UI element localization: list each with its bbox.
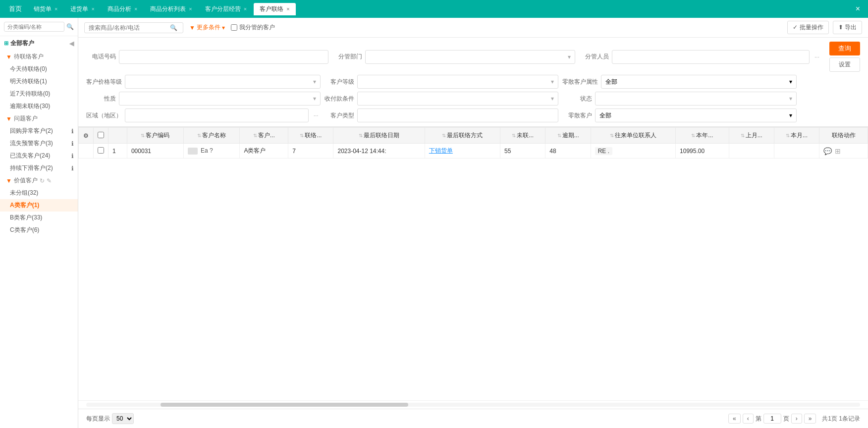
filter-nature: 性质 ▾	[86, 92, 321, 106]
customer-type-input[interactable]	[357, 108, 559, 122]
sidebar-collapse-icon[interactable]: ◀	[69, 40, 74, 47]
customer-table: ⚙ 客户编码 客户名称 客户... 联络... 最后联络日期 最后联络方式 未联…	[78, 127, 868, 159]
nav-tab-analysis-list[interactable]: 商品分析列表 ×	[144, 3, 198, 15]
dept-dd-arrow: ▾	[568, 54, 571, 60]
gear-column-header[interactable]: ⚙	[79, 128, 94, 144]
sidebar-item-ungrouped[interactable]: 未分组(32)	[0, 187, 78, 199]
phone-input[interactable]	[119, 50, 328, 64]
region-more-btn[interactable]: ···	[312, 111, 321, 120]
sidebar-item-tomorrow[interactable]: 明天待联络(1)	[0, 75, 78, 88]
close-purchase-tab[interactable]: ×	[91, 6, 94, 12]
edit-group-icon[interactable]: ✎	[47, 177, 52, 184]
contact-column-header[interactable]: 联络...	[288, 128, 333, 144]
sidebar-all-customers[interactable]: ⊞ 全部客户 ◀	[0, 36, 78, 51]
prev-page-button[interactable]: ‹	[743, 414, 754, 424]
page-input[interactable]	[763, 414, 781, 424]
sidebar-item-overdue[interactable]: 逾期未联络(30)	[0, 100, 78, 112]
more-action-icon[interactable]: ⊞	[835, 147, 841, 155]
horizontal-scrollbar[interactable]	[78, 400, 868, 409]
this-year-column-header[interactable]: 本年...	[676, 128, 729, 144]
more-filters-arrow: ▾	[222, 24, 225, 31]
overdue-column-header[interactable]: 逾期...	[545, 128, 591, 144]
checkbox-column-header[interactable]	[94, 128, 108, 144]
close-segment-tab[interactable]: ×	[244, 6, 247, 12]
sidebar-item-class-b[interactable]: B类客户(33)	[0, 212, 78, 224]
setting-button[interactable]: 设置	[829, 57, 860, 72]
unit-contact-column-header[interactable]: 往来单位联系人	[591, 128, 675, 144]
nav-tab-purchase[interactable]: 进货单 ×	[64, 3, 100, 15]
refresh-icon[interactable]: ↻	[40, 177, 45, 184]
status-select[interactable]: ▾	[595, 92, 797, 106]
my-customers-filter[interactable]: 我分管的客户	[231, 23, 275, 32]
manager-input[interactable]	[612, 50, 810, 64]
sidebar-item-repurchase-anomaly[interactable]: 回购异常客户(2) ℹ	[0, 125, 78, 137]
sidebar-item-7days[interactable]: 近7天待联络(0)	[0, 88, 78, 100]
sidebar-item-declining[interactable]: 持续下滑客户(2) ℹ	[0, 162, 78, 174]
retail-customer-dd-arrow: ▾	[789, 112, 792, 119]
nav-tab-sales[interactable]: 销货单 ×	[28, 3, 63, 15]
main-search-input[interactable]	[89, 24, 168, 31]
content-area: 🔍 ▼ 更多条件 ▾ 我分管的客户 ✓ 批量操作 ⬆ 导出	[78, 18, 868, 428]
nav-tab-analysis[interactable]: 商品分析 ×	[102, 3, 143, 15]
nav-tab-customer-segment[interactable]: 客户分层经营 ×	[199, 3, 253, 15]
top-close-button[interactable]: ×	[852, 4, 864, 13]
last-method-column-header[interactable]: 最后联络方式	[425, 128, 500, 144]
action-btns: 查询 设置	[825, 42, 860, 72]
no-contact-column-header[interactable]: 未联...	[500, 128, 545, 144]
dept-select[interactable]: ▾	[365, 50, 575, 64]
customer-level-select[interactable]: ▾	[357, 75, 559, 89]
payment-dd-arrow: ▾	[551, 95, 554, 102]
sidebar-search-icon[interactable]: 🔍	[66, 23, 74, 30]
sidebar-item-class-a[interactable]: A类客户(1)	[0, 199, 78, 212]
nav-tab-customer-contact[interactable]: 客户联络 ×	[254, 3, 295, 15]
contact-action-icon[interactable]: 💬	[823, 147, 832, 155]
page-size-select[interactable]: 50	[112, 413, 134, 424]
sidebar-item-class-c[interactable]: C类客户(6)	[0, 224, 78, 236]
last-method-link[interactable]: 下销货单	[429, 147, 453, 154]
manager-more-btn[interactable]: ···	[813, 53, 821, 61]
row-checkbox[interactable]	[94, 144, 108, 159]
row-last-month	[729, 144, 774, 159]
first-page-button[interactable]: «	[728, 414, 741, 424]
retail-attr-select[interactable]: 全部 ▾	[601, 75, 797, 89]
sidebar-search-input[interactable]	[4, 22, 64, 32]
filter-retail-attr: 零散客户属性 全部 ▾	[562, 75, 797, 89]
next-page-button[interactable]: ›	[791, 414, 802, 424]
sidebar-item-today[interactable]: 今天待联络(0)	[0, 63, 78, 75]
type-column-header[interactable]: 客户...	[240, 128, 288, 144]
sidebar-group-problem[interactable]: ▼ 问题客户	[0, 112, 78, 125]
last-month-column-header[interactable]: 上月...	[729, 128, 774, 144]
close-analysis-tab[interactable]: ×	[134, 6, 137, 12]
sidebar-item-churn-warning[interactable]: 流失预警客户(3) ℹ	[0, 137, 78, 150]
customer-type-label: 客户类型	[325, 111, 354, 120]
scrollbar-thumb[interactable]	[161, 403, 408, 407]
payment-select[interactable]: ▾	[357, 92, 559, 106]
export-button[interactable]: ⬆ 导出	[833, 21, 862, 34]
code-column-header[interactable]: 客户编码	[127, 128, 183, 144]
last-page-button[interactable]: »	[804, 414, 816, 424]
price-level-select[interactable]: ▾	[125, 75, 321, 89]
this-month-column-header[interactable]: 本月...	[774, 128, 819, 144]
row-select-checkbox[interactable]	[98, 147, 104, 154]
row-this-month	[774, 144, 819, 159]
more-filters-button[interactable]: ▼ 更多条件 ▾	[189, 23, 225, 32]
query-button[interactable]: 查询	[829, 42, 860, 55]
last-date-column-header[interactable]: 最后联络日期	[333, 128, 425, 144]
select-all-checkbox[interactable]	[98, 132, 104, 138]
row-last-method[interactable]: 下销货单	[425, 144, 500, 159]
nature-select[interactable]: ▾	[119, 92, 321, 106]
sidebar-group-value[interactable]: ▼ 价值客户 ↻ ✎	[0, 174, 78, 187]
my-customers-checkbox[interactable]	[231, 24, 237, 31]
sidebar-item-churned[interactable]: 已流失客户(24) ℹ	[0, 150, 78, 162]
main-search-icon[interactable]: 🔍	[170, 24, 177, 31]
close-contact-tab[interactable]: ×	[286, 6, 289, 12]
close-analysis-list-tab[interactable]: ×	[189, 6, 192, 12]
batch-operation-button[interactable]: ✓ 批量操作	[787, 21, 828, 34]
nav-home[interactable]: 首页	[4, 2, 27, 15]
name-column-header[interactable]: 客户名称	[183, 128, 240, 144]
close-sales-tab[interactable]: ×	[54, 6, 57, 12]
retail-customer-select[interactable]: 全部 ▾	[595, 108, 797, 122]
region-input[interactable]	[125, 108, 309, 122]
sidebar-group-pending[interactable]: ▼ 待联络客户	[0, 51, 78, 63]
retail-attr-dd-arrow: ▾	[789, 78, 792, 85]
